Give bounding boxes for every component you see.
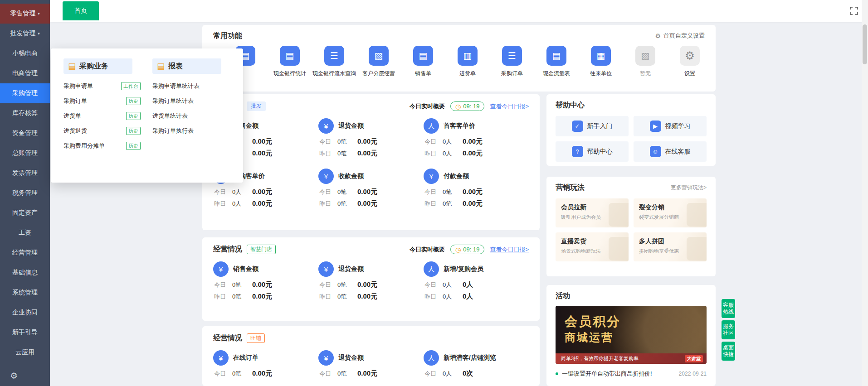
- floating-button[interactable]: 服务社区: [722, 320, 735, 339]
- stat-head: ¥退货金额: [318, 261, 424, 277]
- flyout-menu-item[interactable]: 采购申请单工作台: [63, 78, 141, 93]
- common-function-item[interactable]: ▨暂无: [623, 46, 668, 77]
- app-window: 首页 零售管理▾ 批发管理▾ 小畅电商 电商管理 采购管理 库存核算 资金管理 …: [0, 0, 868, 386]
- stat-label: 退货金额: [338, 122, 364, 130]
- common-function-item[interactable]: ▤现金流量表: [534, 46, 579, 77]
- flyout-section-business: ▤采购业务 采购申请单工作台 采购订单历史 进货单历史 进货退货历史 采购费用分…: [63, 58, 152, 183]
- flyout-item-label: 采购订单执行表: [152, 127, 194, 135]
- sidebar-item[interactable]: 零售管理▾: [0, 4, 50, 24]
- amount-value: 0.00元: [357, 280, 377, 289]
- function-label: 现金银行统计: [273, 70, 306, 77]
- common-functions-grid: ▤ ▤现金银行统计 ☰现金银行流水查询 ▧客户分层经营 ▤销售单 ▥进货单 ☰采…: [223, 46, 712, 77]
- flyout-item-label: 进货单统计表: [152, 112, 188, 120]
- sidebar-item[interactable]: 库存核算: [0, 103, 50, 123]
- marketing-item-title: 裂变分销: [639, 203, 701, 212]
- tab-home[interactable]: 首页: [63, 1, 99, 20]
- business-card-smartstore: 经营情况 智慧门店 今日实时概要 ◷09: 19 查看今日日报> ¥销售金额今日…: [202, 237, 540, 321]
- flyout-section-header: ▤采购业务: [63, 58, 132, 74]
- flyout-menu-item[interactable]: 采购订单统计表: [152, 93, 229, 108]
- activity-banner[interactable]: 会员积分 商城运营 简单3招，有效帮你提升老客复购率大讲堂: [556, 306, 707, 364]
- amount-value: 0.00元: [252, 199, 272, 208]
- common-function-item[interactable]: ☰现金银行流水查询: [312, 46, 356, 77]
- sidebar-item[interactable]: 资金管理: [0, 123, 50, 143]
- amount-value: 0.00元: [357, 199, 377, 208]
- marketing-item[interactable]: 直播卖货场景式购物新玩法: [556, 232, 629, 261]
- sidebar-item[interactable]: 税务管理: [0, 183, 50, 203]
- common-function-item[interactable]: ▥进货单: [445, 46, 490, 77]
- stat-icon: 人: [424, 350, 439, 366]
- help-button[interactable]: ?帮助中心: [556, 141, 629, 162]
- common-function-item[interactable]: ⚙设置: [668, 46, 712, 77]
- sidebar-item[interactable]: 云应用: [0, 343, 50, 362]
- flyout-menu-item[interactable]: 采购费用分摊单历史: [63, 138, 141, 153]
- sidebar-item-label: 税务管理: [12, 189, 38, 197]
- common-function-item[interactable]: ▤销售单: [401, 46, 445, 77]
- sidebar-item[interactable]: 电商管理: [0, 63, 50, 83]
- common-function-item[interactable]: ☰采购订单: [490, 46, 534, 77]
- marketing-item[interactable]: 裂变分销裂变式发展分销商: [634, 198, 707, 227]
- more-marketing-link[interactable]: 更多营销玩法>: [671, 184, 707, 192]
- help-button[interactable]: ✓新手入门: [556, 116, 629, 136]
- sidebar-item-label: 经营管理: [12, 249, 38, 257]
- homepage-customize-link[interactable]: ⚙首页自定义设置: [655, 32, 705, 40]
- sidebar-item[interactable]: 经营管理: [0, 243, 50, 263]
- amount-value: 0.00元: [252, 292, 272, 301]
- help-button[interactable]: ▶视频学习: [634, 116, 707, 136]
- banner-ribbon-text: 简单3招，有效帮你提升老客复购率: [561, 355, 682, 362]
- news-date: 2022-09-21: [679, 371, 707, 377]
- news-text: 一键设置开单自动带出商品折扣价!: [562, 370, 675, 378]
- fullscreen-icon[interactable]: [850, 7, 858, 15]
- sidebar-menu: 零售管理▾ 批发管理▾ 小畅电商 电商管理 采购管理 库存核算 资金管理 总账管…: [0, 4, 50, 362]
- daily-report-link[interactable]: 查看今日日报>: [490, 246, 529, 254]
- activity-news-item[interactable]: 一键设置开单自动带出商品折扣价! 2022-09-21: [546, 364, 716, 378]
- chevron-down-icon: ▾: [38, 11, 40, 16]
- time-pill: ◷09: 19: [450, 245, 484, 254]
- marketing-item[interactable]: 多人拼团拼团购物享受优惠: [634, 232, 707, 261]
- common-function-item[interactable]: ▤现金银行统计: [268, 46, 312, 77]
- stat-head: ¥收款金额: [318, 169, 424, 184]
- sidebar-item[interactable]: 工资: [0, 223, 50, 243]
- realtime-summary-label: 今日实时概要: [410, 246, 445, 254]
- flyout-item-list: 采购申请单工作台 采购订单历史 进货单历史 进货退货历史 采购费用分摊单历史: [63, 78, 152, 153]
- help-center-title: 帮助中心: [546, 94, 716, 110]
- sidebar-item[interactable]: 采购管理: [0, 83, 50, 103]
- flyout-menu-item[interactable]: 进货单历史: [63, 108, 141, 123]
- sidebar-item[interactable]: 基础信息: [0, 263, 50, 283]
- stat-row-today: 今日0人0.00元: [213, 188, 318, 196]
- flyout-menu-item[interactable]: 采购订单执行表: [152, 123, 229, 138]
- banner-tag: 大讲堂: [685, 355, 703, 362]
- sidebar-item[interactable]: 小畅电商: [0, 43, 50, 63]
- stat-block: 人首客客单价今日0人0.00元昨日0人0.00元: [424, 118, 529, 158]
- sidebar-settings-gear-icon[interactable]: ⚙: [0, 365, 50, 386]
- sidebar-item[interactable]: 发票管理: [0, 163, 50, 183]
- flyout-menu-item[interactable]: 进货单统计表: [152, 108, 229, 123]
- marketing-item-subtitle: 场景式购物新玩法: [561, 248, 623, 255]
- stat-row-today: 今日0笔0.00元: [213, 280, 318, 289]
- activity-title: 活动: [546, 285, 716, 301]
- flyout-menu-item[interactable]: 采购订单历史: [63, 93, 141, 108]
- flyout-menu-item[interactable]: 采购申请单统计表: [152, 78, 229, 93]
- sidebar-item[interactable]: 系统管理: [0, 283, 50, 303]
- function-icon: ⚙: [680, 46, 700, 66]
- common-function-item[interactable]: ▧客户分层经营: [356, 46, 401, 77]
- sidebar-item[interactable]: 新手引导: [0, 323, 50, 343]
- sidebar-item[interactable]: 企业协同: [0, 303, 50, 323]
- marketing-item[interactable]: 会员拉新吸引用户成为会员: [556, 198, 629, 227]
- common-function-item[interactable]: ▦往来单位: [579, 46, 623, 77]
- floating-button[interactable]: 客服热线: [722, 299, 735, 318]
- count-value: 0笔: [337, 188, 352, 196]
- sidebar-item[interactable]: 总账管理: [0, 143, 50, 163]
- count-value: 0笔: [337, 293, 352, 301]
- floating-button[interactable]: 桌面快捷: [722, 342, 735, 361]
- flyout-menu-item[interactable]: 进货退货历史: [63, 123, 141, 138]
- daily-report-link[interactable]: 查看今日日报>: [490, 102, 529, 111]
- amount-value: 0.00元: [252, 137, 272, 146]
- sidebar-item[interactable]: 固定资产: [0, 203, 50, 223]
- scrollbar-thumb[interactable]: [863, 24, 867, 64]
- flyout-item-label: 采购费用分摊单: [63, 142, 105, 150]
- topbar: 首页: [50, 0, 868, 22]
- stat-head: 人首客客单价: [424, 118, 529, 134]
- sidebar-item-label: 零售管理: [10, 10, 35, 18]
- help-button[interactable]: ☺在线客服: [634, 141, 707, 162]
- sidebar-item[interactable]: 批发管理▾: [0, 24, 50, 43]
